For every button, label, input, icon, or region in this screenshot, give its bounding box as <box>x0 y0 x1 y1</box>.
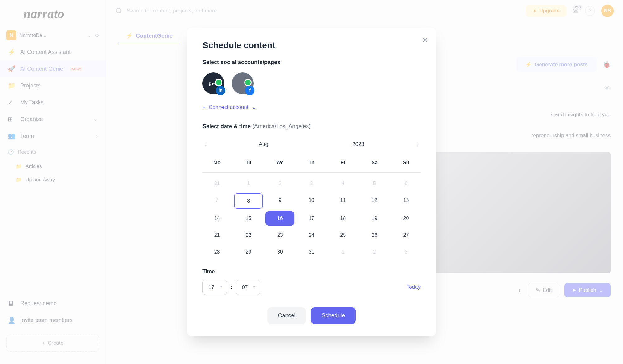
cancel-button[interactable]: Cancel <box>267 307 306 324</box>
calendar-day[interactable]: 26 <box>360 228 389 242</box>
calendar-day[interactable]: 22 <box>234 228 263 242</box>
calendar-day: 7 <box>202 193 231 209</box>
calendar-day: 5 <box>360 176 389 191</box>
modal-actions: Cancel Schedule <box>202 307 421 324</box>
plus-icon: + <box>202 104 206 110</box>
calendar-day[interactable]: 21 <box>202 228 231 242</box>
calendar-day: 1 <box>329 245 358 259</box>
calendar-day[interactable]: 13 <box>392 193 421 209</box>
calendar-day[interactable]: 25 <box>329 228 358 242</box>
select-date-label: Select date & time (America/Los_Angeles) <box>202 123 421 130</box>
calendar-day: 3 <box>297 176 326 191</box>
schedule-button[interactable]: Schedule <box>311 307 355 324</box>
time-section: Time 17 : 07 Today <box>202 268 421 295</box>
calendar-day[interactable]: 17 <box>297 211 326 226</box>
calendar-day: 2 <box>265 176 294 191</box>
prev-month-button[interactable]: ‹ <box>202 138 210 151</box>
calendar-day: 1 <box>234 176 263 191</box>
calendar-day[interactable]: 10 <box>297 193 326 209</box>
calendar-weekday: Th <box>297 157 326 169</box>
check-icon <box>215 79 222 86</box>
calendar-day[interactable]: 19 <box>360 211 389 226</box>
calendar-day[interactable]: 12 <box>360 193 389 209</box>
calendar-day[interactable]: 14 <box>202 211 231 226</box>
calendar-day: 6 <box>392 176 421 191</box>
calendar-weekday: Sa <box>360 157 389 169</box>
schedule-modal: ✕ Schedule content Select social account… <box>187 28 436 336</box>
calendar-year: 2023 <box>352 141 364 147</box>
linkedin-icon: in <box>216 86 225 95</box>
calendar-day[interactable]: 31 <box>297 245 326 259</box>
calendar-day[interactable]: 18 <box>329 211 358 226</box>
calendar-day[interactable]: 30 <box>265 245 294 259</box>
calendar-day: 31 <box>202 176 231 191</box>
facebook-icon: f <box>245 86 254 95</box>
chevron-down-icon: ⌄ <box>252 104 256 111</box>
connect-account-link[interactable]: + Connect account ⌄ <box>202 104 421 111</box>
calendar-day[interactable]: 23 <box>265 228 294 242</box>
account-linkedin[interactable]: g●●t in <box>202 72 224 94</box>
calendar-day[interactable]: 29 <box>234 245 263 259</box>
calendar-header: ‹ Aug 2023 › <box>202 138 421 151</box>
calendar-weekday: Su <box>392 157 421 169</box>
modal-overlay: ✕ Schedule content Select social account… <box>0 0 623 364</box>
calendar-weekday: Fr <box>329 157 358 169</box>
calendar-weekday: Tu <box>234 157 263 169</box>
time-label: Time <box>202 268 421 275</box>
calendar-day[interactable]: 24 <box>297 228 326 242</box>
time-separator: : <box>231 284 232 290</box>
minute-select[interactable]: 07 <box>236 280 260 295</box>
connect-label: Connect account <box>209 104 249 110</box>
calendar-day[interactable]: 9 <box>265 193 294 209</box>
calendar-days: 3112345678910111213141516171819202122232… <box>202 176 421 259</box>
calendar-day[interactable]: 20 <box>392 211 421 226</box>
hour-select[interactable]: 17 <box>202 280 227 295</box>
calendar-weekday: Mo <box>202 157 231 169</box>
calendar-day: 4 <box>329 176 358 191</box>
calendar-day: 3 <box>392 245 421 259</box>
modal-title: Schedule content <box>202 40 421 50</box>
calendar-day[interactable]: 28 <box>202 245 231 259</box>
check-icon <box>244 79 252 86</box>
select-accounts-label: Select social accounts/pages <box>202 59 421 66</box>
calendar-month: Aug <box>259 141 268 147</box>
accounts-row: g●●t in f <box>202 72 421 94</box>
close-button[interactable]: ✕ <box>422 36 428 44</box>
next-month-button[interactable]: › <box>413 138 421 151</box>
timezone-text: (America/Los_Angeles) <box>252 123 311 129</box>
calendar-weekdays: MoTuWeThFrSaSu <box>202 157 421 173</box>
calendar-day[interactable]: 11 <box>329 193 358 209</box>
calendar-weekday: We <box>265 157 294 169</box>
account-facebook[interactable]: f <box>232 72 254 94</box>
calendar-day[interactable]: 8 <box>234 193 263 209</box>
calendar-day[interactable]: 16 <box>265 211 294 226</box>
calendar-day: 2 <box>360 245 389 259</box>
calendar-day[interactable]: 27 <box>392 228 421 242</box>
calendar-day[interactable]: 15 <box>234 211 263 226</box>
today-link[interactable]: Today <box>407 284 421 290</box>
